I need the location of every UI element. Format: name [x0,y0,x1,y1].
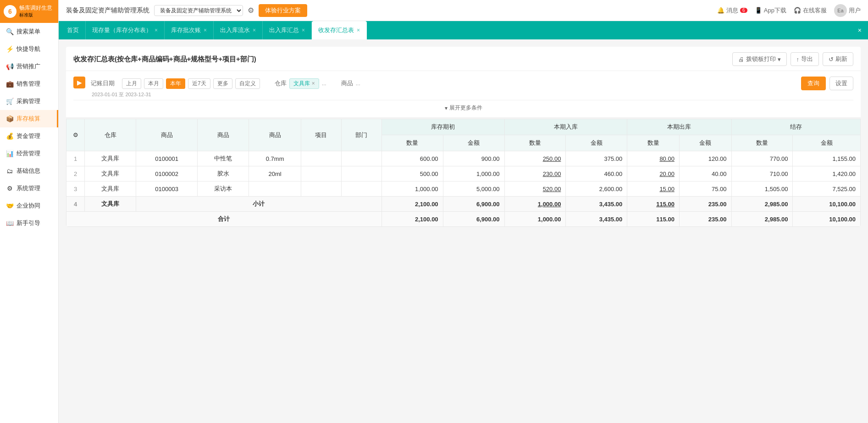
tab-close-icon[interactable]: × [155,27,158,33]
filter-panel: ▶ 记账日期 上月 本月 本年 近7天 更多 自定义 仓库 [66,71,861,118]
notification-item[interactable]: 🔔 消息 6 [717,6,747,15]
sidebar-item-label: 系统管理 [17,184,40,192]
row-in-amt: 375.00 [566,151,627,166]
row-project [301,181,341,197]
export-button[interactable]: ↑ 导出 [791,52,819,66]
app-download-label: App下载 [764,6,786,15]
total-init-amt: 6,900.00 [443,212,504,227]
subtotal-in-qty[interactable]: 1,000.00 [504,197,566,212]
th-bal-amt: 金额 [793,135,861,151]
filter-settings-button[interactable]: 设置 [829,77,853,90]
tab-close-icon[interactable]: × [357,27,360,33]
refresh-icon: ↺ [829,56,834,63]
warehouse-more-button[interactable]: ... [322,80,326,87]
row-bal-amt: 1,155.00 [793,151,861,166]
th-init-amt: 金额 [443,135,504,151]
sidebar-item-system[interactable]: ⚙ 系统管理 [0,180,58,197]
filter-expand-button[interactable]: ▶ [73,77,85,88]
tab-receipt-summary[interactable]: 收发存汇总表 × [312,21,367,39]
tab-home[interactable]: 首页 [61,21,86,39]
filter-row-1: 记账日期 上月 本月 本年 近7天 更多 自定义 仓库 文具库 [91,77,853,90]
sidebar-item-label: 营销推广 [17,62,40,71]
notification-label: 消息 [726,6,738,15]
sidebar-item-label: 采购管理 [17,97,40,105]
search-icon: 🔍 [6,28,14,35]
sidebar-item-purchase[interactable]: 🛒 采购管理 [0,93,58,110]
th-gear[interactable]: ⚙ [66,119,85,151]
topbar-system-title: 装备及固定资产辅助管理系统 [66,6,149,15]
subtotal-in-amt: 3,435.00 [566,197,627,212]
date-last-month-btn[interactable]: 上月 [122,78,141,89]
query-button[interactable]: 查询 [801,77,826,90]
tab-label: 库存批次账 [171,26,201,34]
subtotal-out-qty[interactable]: 115.00 [627,197,680,212]
page-body: 收发存汇总表(按仓库+商品编码+商品+规格型号+项目+部门) 🖨 拨锁板打印 ▾… [59,39,868,423]
tab-close-icon[interactable]: × [253,27,256,33]
sidebar-item-finance[interactable]: 💰 资金管理 [0,127,58,145]
settings-icon[interactable]: ⚙ [248,6,254,15]
app-download-item[interactable]: 📱 App下载 [755,6,786,15]
row-out-qty[interactable]: 15.00 [627,181,680,197]
row-in-qty[interactable]: 250.00 [504,151,566,166]
total-init-qty: 2,100.00 [381,212,443,227]
tab-close-icon[interactable]: × [302,27,305,33]
tab-label: 现存量（库存分布表） [92,26,152,34]
date-this-year-btn[interactable]: 本年 [166,78,185,89]
row-spec: 20ml [249,166,301,181]
th-group-init: 库存期初 [381,119,504,135]
subtotal-row: 4 文具库 小计 2,100.00 6,900.00 1,000.00 3,43… [66,197,861,212]
sidebar-item-label: 经营管理 [17,149,40,158]
table-row: 1 文具库 0100001 中性笔 0.7mm 600.00 900.00 25… [66,151,861,166]
sidebar-item-marketing[interactable]: 📢 营销推广 [0,58,58,75]
chart-icon: 📊 [6,150,14,157]
sidebar-item-sales[interactable]: 💼 销售管理 [0,75,58,93]
row-warehouse: 文具库 [85,181,136,197]
row-out-qty[interactable]: 20.00 [627,166,680,181]
subtotal-init-amt: 6,900.00 [443,197,504,212]
date-more-btn[interactable]: 更多 [213,78,232,89]
row-dept [341,166,381,181]
sidebar-item-base-info[interactable]: 🗂 基础信息 [0,162,58,180]
warehouse-tag-close-icon[interactable]: × [312,80,315,87]
sidebar-item-quicknav[interactable]: ⚡ 快捷导航 [0,40,58,58]
tab-inout-flow[interactable]: 出入库流水 × [214,21,263,39]
book-icon: 📖 [6,220,14,227]
date-this-month-btn[interactable]: 本月 [144,78,163,89]
sidebar-item-operations[interactable]: 📊 经营管理 [0,145,58,162]
row-in-qty[interactable]: 230.00 [504,166,566,181]
user-item[interactable]: Ea 用户 [834,4,861,17]
row-bal-amt: 1,420.00 [793,166,861,181]
row-index: 3 [66,181,85,197]
th-code: 商品 [136,119,198,151]
row-in-qty[interactable]: 520.00 [504,181,566,197]
row-project [301,166,341,181]
sidebar-item-search[interactable]: 🔍 搜索菜单 [0,23,58,40]
industry-select[interactable]: 装备及固定资产辅助管理系统 [154,5,243,16]
date-7days-btn[interactable]: 近7天 [188,78,210,89]
goods-more-button[interactable]: ... [356,80,360,87]
online-service-item[interactable]: 🎧 在线客服 [794,6,827,15]
tab-inout-summary[interactable]: 出入库汇总 × [263,21,312,39]
sidebar-item-inventory[interactable]: 📦 库存核算 [0,110,58,127]
tab-inventory-dist[interactable]: 现存量（库存分布表） × [86,21,165,39]
subtotal-init-qty: 2,100.00 [381,197,443,212]
sidebar-item-collab[interactable]: 🤝 企业协同 [0,197,58,214]
date-filter-buttons: 上月 本月 本年 近7天 更多 自定义 [122,78,260,89]
tab-close-icon[interactable]: × [204,27,207,33]
date-custom-btn[interactable]: 自定义 [235,78,260,89]
warehouse-tag: 文具库 × [289,78,319,89]
sidebar-item-guide[interactable]: 📖 新手引导 [0,214,58,232]
bell-icon: 🔔 [717,7,724,14]
try-industry-button[interactable]: 体验行业方案 [259,4,307,17]
refresh-button[interactable]: ↺ 刷新 [823,52,853,66]
total-label: 合计 [66,212,382,227]
notification-badge: 6 [740,8,747,13]
subtotal-warehouse: 文具库 [85,197,136,212]
page-header-actions: 🖨 拨锁板打印 ▾ ↑ 导出 ↺ 刷新 [732,52,854,66]
close-all-tabs-button[interactable]: × [853,27,866,34]
print-button[interactable]: 🖨 拨锁板打印 ▾ [732,52,787,66]
row-out-qty[interactable]: 80.00 [627,151,680,166]
tab-batch-account[interactable]: 库存批次账 × [165,21,214,39]
th-group-in: 本期入库 [504,119,627,135]
expand-more-conditions-button[interactable]: ▾ 展开更多条件 [73,100,853,112]
